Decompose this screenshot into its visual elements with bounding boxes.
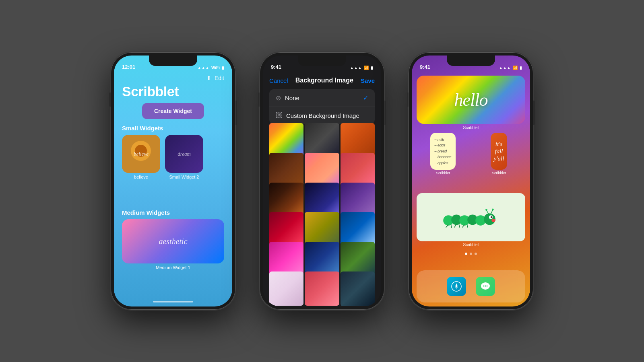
image-icon: 🖼 xyxy=(276,112,282,119)
battery-icon: ▮ xyxy=(371,66,373,70)
signal-icon: ▲▲▲ xyxy=(350,66,362,70)
photo-cell[interactable] xyxy=(269,272,303,306)
page-dot-2 xyxy=(470,253,472,255)
safari-icon[interactable] xyxy=(447,277,466,296)
photo-cell[interactable] xyxy=(305,153,339,187)
wifi-icon: 📶 xyxy=(513,66,518,70)
photo-cell[interactable] xyxy=(305,242,339,276)
fall-widget-wrapper: it'sfally'all Scribblet xyxy=(473,133,525,175)
hello-widget[interactable]: hello xyxy=(417,76,525,124)
phone-2-screen: 9:41 ▲▲▲ 📶 ▮ Cancel Background Image Sav… xyxy=(263,56,381,306)
medium-widgets-section: Medium Widgets aesthetic Medium Widget 1 xyxy=(122,209,224,270)
photo-cell[interactable] xyxy=(305,212,339,246)
svg-point-12 xyxy=(491,219,495,222)
page-dot-3 xyxy=(475,253,477,255)
caterpillar-svg xyxy=(439,203,503,231)
photo-grid xyxy=(269,123,375,300)
widget-believe-thumb: believe xyxy=(122,135,160,173)
svg-point-26 xyxy=(487,286,488,287)
edit-button[interactable]: Edit xyxy=(215,75,224,81)
photo-cell[interactable] xyxy=(341,212,375,246)
save-button[interactable]: Save xyxy=(361,77,375,84)
fall-widget[interactable]: it'sfally'all xyxy=(491,133,508,170)
phone-2-status-icons: ▲▲▲ 📶 ▮ xyxy=(350,66,373,70)
cancel-button[interactable]: Cancel xyxy=(269,77,288,84)
bg-option-none[interactable]: ⊘ None ✓ xyxy=(269,89,375,107)
note-widget-wrapper: – milk– eggs– bread– bananas– apples Scr… xyxy=(417,133,469,175)
checkmark-icon: ✓ xyxy=(363,94,368,102)
messages-logo xyxy=(480,281,491,292)
nav-title: Background Image xyxy=(295,77,353,84)
battery-icon: ▮ xyxy=(222,66,224,70)
photo-cell[interactable] xyxy=(269,242,303,276)
widget-dream-preview: dream xyxy=(165,135,203,173)
photo-cell[interactable] xyxy=(269,183,303,217)
caterpillar-widget-label: Scribblet xyxy=(412,243,530,247)
photo-cell[interactable] xyxy=(341,272,375,306)
photo-cell[interactable] xyxy=(305,183,339,217)
photo-cell[interactable] xyxy=(341,123,375,157)
note-widget-label: Scribblet xyxy=(436,171,450,175)
phone-1-header: ⬆ Edit xyxy=(114,72,232,84)
photo-cell[interactable] xyxy=(341,153,375,187)
phone-2-notch xyxy=(298,56,346,66)
phone-1: 12:01 ▲▲▲ WiFi ▮ ⬆ Edit Scribblet Create… xyxy=(111,52,235,310)
svg-line-18 xyxy=(467,224,468,227)
battery-icon: ▮ xyxy=(520,66,522,70)
phone-3-status-icons: ▲▲▲ 📶 ▮ xyxy=(499,66,522,70)
widget-dream-thumb: dream xyxy=(165,135,203,173)
scroll-indicator xyxy=(153,301,193,302)
photo-cell[interactable] xyxy=(269,123,303,157)
photo-cell[interactable] xyxy=(305,272,339,306)
widgets-row: – milk– eggs– bread– bananas– apples Scr… xyxy=(417,133,525,175)
page-dots xyxy=(412,253,530,255)
small-widgets-grid: believe believe dream Small Widget 2 xyxy=(122,135,203,179)
svg-point-24 xyxy=(483,286,485,287)
phone-2-time: 9:41 xyxy=(271,64,281,70)
svg-point-11 xyxy=(492,208,494,210)
hello-text: hello xyxy=(454,90,488,110)
create-widget-button[interactable]: Create Widget xyxy=(142,103,204,119)
note-widget[interactable]: – milk– eggs– bread– bananas– apples xyxy=(430,133,455,170)
widget-dream[interactable]: dream Small Widget 2 xyxy=(165,135,203,179)
widget-believe[interactable]: believe believe xyxy=(122,135,160,179)
photo-cell[interactable] xyxy=(341,183,375,217)
bg-option-none-label: None xyxy=(285,95,299,101)
svg-line-14 xyxy=(451,224,452,228)
phone-3-screen: 9:41 ▲▲▲ 📶 ▮ hello Scribblet – milk– egg… xyxy=(412,56,530,306)
messages-icon[interactable] xyxy=(476,277,495,296)
hello-widget-label: Scribblet xyxy=(412,125,530,130)
phone-3: 9:41 ▲▲▲ 📶 ▮ hello Scribblet – milk– egg… xyxy=(409,52,533,310)
phone-3-time: 9:41 xyxy=(420,64,430,70)
widget-believe-label: believe xyxy=(122,175,160,179)
caterpillar-widget[interactable] xyxy=(417,193,525,241)
photo-cell[interactable] xyxy=(305,123,339,157)
small-widgets-section: Small Widgets believe believe xyxy=(122,125,203,179)
note-text: – milk– eggs– bread– bananas– apples xyxy=(434,137,451,166)
svg-point-25 xyxy=(485,286,486,287)
background-image-nav: Cancel Background Image Save xyxy=(263,72,381,89)
photo-cell[interactable] xyxy=(269,212,303,246)
phones-container: 12:01 ▲▲▲ WiFi ▮ ⬆ Edit Scribblet Create… xyxy=(111,52,533,310)
phone-1-time: 12:01 xyxy=(122,64,135,70)
signal-icon: ▲▲▲ xyxy=(499,66,511,70)
wifi-icon: 📶 xyxy=(364,66,369,70)
fall-widget-label: Scribblet xyxy=(492,171,506,175)
bg-option-custom[interactable]: 🖼 Custom Background Image xyxy=(269,107,375,124)
widget-aesthetic[interactable]: aesthetic xyxy=(122,219,224,263)
svg-point-7 xyxy=(491,216,493,218)
photo-cell[interactable] xyxy=(341,242,375,276)
widget-dream-label: Small Widget 2 xyxy=(165,175,203,179)
app-title: Scribblet xyxy=(122,84,179,99)
share-icon[interactable]: ⬆ xyxy=(206,75,211,81)
bg-option-custom-label: Custom Background Image xyxy=(286,112,359,119)
phone-1-screen: 12:01 ▲▲▲ WiFi ▮ ⬆ Edit Scribblet Create… xyxy=(114,56,232,306)
widget-medium1-label: Medium Widget 1 xyxy=(122,265,224,270)
none-icon: ⊘ xyxy=(276,94,281,102)
phone-2: 9:41 ▲▲▲ 📶 ▮ Cancel Background Image Sav… xyxy=(260,52,384,310)
background-options: ⊘ None ✓ 🖼 Custom Background Image xyxy=(269,89,375,124)
phone-3-notch xyxy=(447,56,495,66)
phone-1-notch xyxy=(149,56,197,66)
photo-cell[interactable] xyxy=(269,153,303,187)
medium-widgets-title: Medium Widgets xyxy=(122,209,224,216)
